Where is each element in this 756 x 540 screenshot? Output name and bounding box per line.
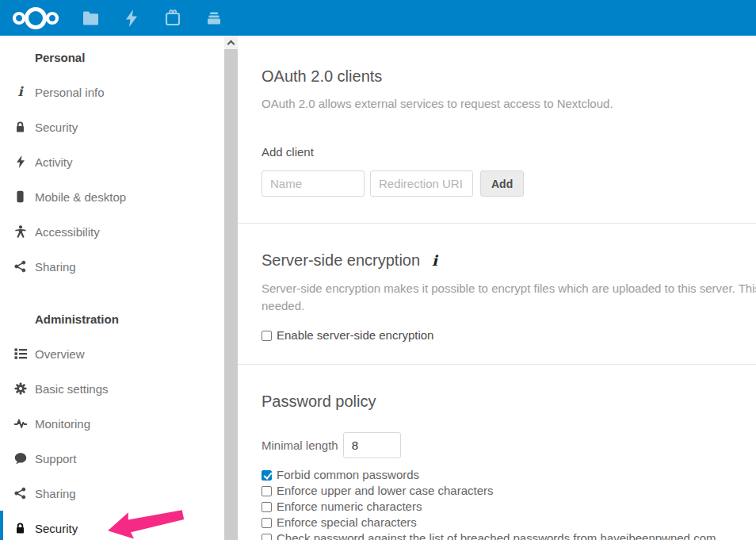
sidebar-item-sharing-admin[interactable]: Sharing — [0, 476, 238, 511]
add-client-label: Add client — [262, 145, 756, 159]
lock-icon — [13, 522, 27, 535]
sidebar-item-label: Monitoring — [35, 417, 90, 431]
share-icon — [13, 260, 27, 274]
encryption-section-title: Server-side encryption — [262, 251, 420, 270]
sidebar-item-label: Overview — [35, 347, 85, 361]
sidebar-item-monitoring[interactable]: Monitoring — [0, 406, 238, 441]
share-icon — [13, 487, 27, 500]
enforce-special-row[interactable]: Enforce special characters — [262, 515, 756, 530]
enable-encryption-checkbox-row[interactable]: Enable server-side encryption — [262, 327, 756, 343]
minimal-length-label: Minimal length — [262, 439, 338, 452]
sidebar-item-label: Personal info — [35, 86, 105, 99]
oauth-section-description: OAuth 2.0 allows external services to re… — [262, 97, 756, 110]
sidebar-item-mobile-desktop[interactable]: Mobile & desktop — [0, 179, 238, 214]
accessibility-icon — [13, 225, 27, 239]
nextcloud-logo[interactable] — [10, 4, 61, 33]
sidebar-caption-personal: Personal — [0, 40, 238, 75]
sidebar-caption-administration: Administration — [0, 301, 238, 336]
sidebar-item-label: Sharing — [35, 487, 76, 500]
encryption-description-line1: Server-side encryption makes it possible… — [262, 280, 756, 297]
list-overview-icon — [13, 347, 27, 361]
files-app-icon[interactable] — [80, 8, 101, 29]
sidebar-item-label: Mobile & desktop — [35, 190, 126, 204]
sidebar-item-security-personal[interactable]: Security — [0, 109, 238, 144]
sidebar-item-label: Accessibility — [35, 225, 100, 239]
sidebar-item-basic-settings[interactable]: Basic settings — [0, 371, 238, 406]
info-icon[interactable]: i — [432, 252, 437, 269]
smartphone-icon — [13, 190, 27, 204]
checkbox-label: Forbid common passwords — [277, 467, 419, 483]
info-icon: i — [13, 86, 27, 99]
section-oauth-clients: OAuth 2.0 clients OAuth 2.0 allows exter… — [238, 36, 756, 223]
settings-content: OAuth 2.0 clients OAuth 2.0 allows exter… — [238, 36, 756, 540]
sidebar-scrollbar[interactable] — [224, 36, 238, 540]
sidebar-item-label: Sharing — [35, 260, 76, 274]
checkbox-label: Enforce upper and lower case characters — [277, 483, 493, 499]
sidebar-item-label: Support — [35, 452, 77, 465]
sidebar-item-label: Activity — [35, 155, 73, 169]
sidebar-item-label: Security — [35, 121, 78, 134]
scrollbar-thumb[interactable] — [224, 49, 238, 540]
section-server-side-encryption: Server-side encryption i Server-side enc… — [238, 223, 756, 364]
enforce-special-checkbox[interactable] — [262, 518, 272, 528]
checkbox-label: Enforce special characters — [277, 515, 417, 530]
enable-encryption-label: Enable server-side encryption — [277, 327, 433, 343]
add-client-button[interactable]: Add — [480, 170, 524, 197]
forbid-common-passwords-row[interactable]: Forbid common passwords — [262, 467, 756, 483]
checkbox-label: Check password against the list of breac… — [277, 530, 716, 540]
enable-encryption-checkbox[interactable] — [262, 331, 272, 341]
sidebar-item-sharing-personal[interactable]: Sharing — [0, 249, 238, 284]
scrollbar-up-button[interactable] — [224, 36, 238, 49]
enforce-numeric-checkbox[interactable] — [262, 502, 272, 512]
encryption-description-line2: needed. — [262, 297, 756, 315]
top-header-bar — [0, 0, 756, 36]
enforce-numeric-row[interactable]: Enforce numeric characters — [262, 499, 756, 515]
deck-app-icon[interactable] — [204, 8, 224, 29]
sidebar-item-personal-info[interactable]: i Personal info — [0, 75, 238, 109]
checkbox-label: Enforce numeric characters — [277, 499, 422, 515]
gear-icon — [13, 382, 27, 396]
sidebar-item-overview[interactable]: Overview — [0, 336, 238, 371]
sidebar-item-label: Basic settings — [35, 382, 109, 396]
lock-icon — [13, 121, 27, 134]
chat-bubble-icon — [13, 452, 27, 465]
check-haveibeenpwned-checkbox[interactable] — [262, 534, 272, 540]
sidebar-item-support[interactable]: Support — [0, 441, 238, 476]
lightning-icon — [13, 155, 27, 169]
redirection-uri-input[interactable] — [370, 170, 473, 197]
sidebar-item-label: Security — [35, 522, 78, 535]
section-password-policy: Password policy Minimal length Forbid co… — [238, 364, 756, 540]
forbid-common-passwords-checkbox[interactable] — [262, 470, 272, 481]
check-haveibeenpwned-row[interactable]: Check password against the list of breac… — [262, 530, 756, 540]
client-name-input[interactable] — [262, 170, 365, 197]
chevron-up-icon — [227, 40, 235, 48]
password-policy-title: Password policy — [262, 392, 756, 411]
oauth-section-title: OAuth 2.0 clients — [262, 67, 756, 86]
calendar-app-icon[interactable] — [162, 8, 183, 29]
enforce-upper-lower-checkbox[interactable] — [262, 486, 272, 496]
sidebar-item-security-admin[interactable]: Security — [0, 511, 238, 540]
enforce-upper-lower-row[interactable]: Enforce upper and lower case characters — [262, 483, 756, 499]
sidebar-item-accessibility[interactable]: Accessibility — [0, 214, 238, 249]
activity-app-icon[interactable] — [121, 8, 142, 29]
sidebar-item-activity[interactable]: Activity — [0, 144, 238, 179]
settings-sidebar: Personal i Personal info Security — [0, 36, 238, 540]
minimal-length-input[interactable] — [343, 432, 401, 458]
pulse-icon — [13, 417, 27, 431]
